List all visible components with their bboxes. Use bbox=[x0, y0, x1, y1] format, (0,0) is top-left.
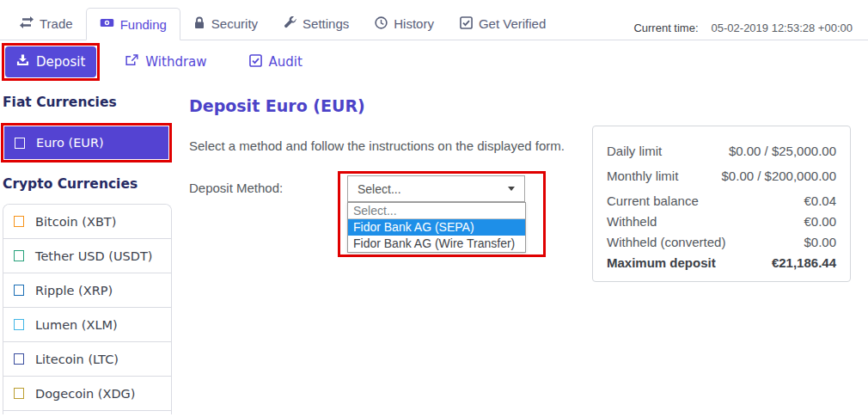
download-icon bbox=[16, 53, 29, 70]
sidebar-item-label: Tether USD (USDT) bbox=[35, 249, 152, 263]
funding-action-row: Deposit Withdraw Audit bbox=[2, 43, 303, 81]
limit-value: €0.04 bbox=[804, 194, 836, 207]
option-select-placeholder[interactable]: Select... bbox=[348, 203, 525, 219]
limit-row-daily: Daily limit $0.00 / $25,000.00 bbox=[607, 144, 836, 157]
option-fidor-sepa[interactable]: Fidor Bank AG (SEPA) bbox=[348, 219, 525, 236]
limit-label: Withheld bbox=[607, 215, 657, 228]
tab-label: Security bbox=[211, 16, 258, 31]
sidebar-item-euro[interactable]: Euro (EUR) bbox=[4, 126, 168, 159]
wrench-icon bbox=[284, 16, 296, 32]
limit-label: Monthly limit bbox=[607, 169, 678, 182]
limit-label: Daily limit bbox=[607, 144, 662, 157]
deposit-limits-panel: Daily limit $0.00 / $25,000.00 Monthly l… bbox=[592, 126, 851, 282]
audit-button[interactable]: Audit bbox=[249, 54, 303, 71]
tab-get-verified[interactable]: Get Verified bbox=[447, 8, 559, 40]
tab-security[interactable]: Security bbox=[180, 8, 271, 40]
limit-value: $0.00 bbox=[804, 236, 836, 248]
tab-label: History bbox=[394, 16, 434, 31]
tab-funding[interactable]: Funding bbox=[86, 8, 180, 40]
annotation-box-deposit: Deposit bbox=[2, 43, 100, 81]
limit-row-maximum-deposit: Maximum deposit €21,186.44 bbox=[607, 256, 836, 269]
tab-label: Funding bbox=[120, 17, 167, 32]
clock-icon bbox=[375, 16, 388, 32]
sidebar-item-label: Dogecoin (XDG) bbox=[35, 387, 135, 401]
withdraw-icon bbox=[125, 54, 138, 70]
sidebar-item-label: Bitcoin (XBT) bbox=[35, 215, 116, 229]
deposit-method-row: Deposit Method: Select... Select... Fido… bbox=[189, 171, 584, 257]
chevron-down-icon bbox=[508, 187, 515, 191]
bitcoin-currency-icon bbox=[14, 216, 24, 227]
check-square-icon bbox=[460, 16, 473, 32]
limit-label: Withheld (converted) bbox=[607, 236, 725, 248]
sidebar-item-label: Ripple (XRP) bbox=[35, 284, 113, 297]
tab-label: Trade bbox=[40, 16, 73, 31]
annotation-box-dropdown: Select... Select... Fidor Bank AG (SEPA)… bbox=[338, 171, 546, 257]
lumen-currency-icon bbox=[14, 319, 24, 330]
sidebar-item-dogecoin[interactable]: Dogecoin (XDG) bbox=[3, 377, 171, 411]
sidebar-item-litecoin[interactable]: Litecoin (LTC) bbox=[3, 342, 171, 377]
annotation-box-euro: Euro (EUR) bbox=[1, 123, 172, 163]
current-time: Current time: 05-02-2019 12:53:28 +00:00 bbox=[633, 21, 853, 34]
tab-label: Settings bbox=[303, 16, 349, 31]
tab-settings[interactable]: Settings bbox=[271, 8, 362, 40]
limit-value: €21,186.44 bbox=[772, 256, 836, 269]
crypto-currencies-heading: Crypto Currencies bbox=[3, 176, 172, 192]
tab-label: Get Verified bbox=[479, 16, 546, 31]
limit-value: $0.00 / $25,000.00 bbox=[729, 144, 836, 157]
banknote-icon bbox=[100, 16, 114, 32]
sidebar-item-bitcoin[interactable]: Bitcoin (XBT) bbox=[3, 205, 171, 239]
limit-value: $0.00 / $200,000.00 bbox=[722, 169, 836, 182]
sidebar-item-ripple[interactable]: Ripple (XRP) bbox=[3, 273, 171, 308]
funding-page: Trade Funding Security bbox=[0, 0, 868, 417]
tab-history[interactable]: History bbox=[362, 8, 447, 40]
limit-row-withheld: Withheld €0.00 bbox=[607, 215, 836, 228]
deposit-button[interactable]: Deposit bbox=[5, 46, 96, 77]
lock-icon bbox=[193, 16, 205, 32]
current-time-label: Current time: bbox=[633, 21, 698, 34]
withdraw-button[interactable]: Withdraw bbox=[125, 54, 206, 70]
current-time-value: 05-02-2019 12:53:28 +00:00 bbox=[712, 21, 853, 34]
sidebar-item-partial bbox=[3, 411, 171, 414]
tether-currency-icon bbox=[14, 250, 24, 261]
limit-row-current-balance: Current balance €0.04 bbox=[607, 194, 836, 207]
limit-label: Current balance bbox=[607, 194, 699, 207]
litecoin-currency-icon bbox=[14, 353, 24, 365]
deposit-button-label: Deposit bbox=[36, 54, 85, 70]
deposit-method-label: Deposit Method: bbox=[189, 171, 338, 195]
fiat-currencies-heading: Fiat Currencies bbox=[3, 95, 172, 110]
limit-row-withheld-converted: Withheld (converted) $0.00 bbox=[607, 236, 836, 248]
ripple-currency-icon bbox=[14, 285, 24, 296]
select-value: Select... bbox=[358, 182, 401, 196]
limit-value: €0.00 bbox=[804, 215, 836, 228]
deposit-main: Deposit Euro (EUR) Select a method and f… bbox=[189, 96, 584, 257]
deposit-method-select[interactable]: Select... bbox=[347, 175, 525, 202]
deposit-method-options: Select... Fidor Bank AG (SEPA) Fidor Ban… bbox=[347, 202, 526, 253]
sidebar-item-label: Litecoin (LTC) bbox=[35, 353, 119, 366]
withdraw-label: Withdraw bbox=[145, 54, 206, 70]
euro-currency-icon bbox=[15, 138, 25, 149]
currency-sidebar: Fiat Currencies Euro (EUR) Crypto Curren… bbox=[3, 95, 172, 414]
sidebar-item-label: Lumen (XLM) bbox=[35, 318, 118, 332]
option-fidor-wire-transfer[interactable]: Fidor Bank AG (Wire Transfer) bbox=[348, 236, 525, 252]
crypto-currency-list: Bitcoin (XBT) Tether USD (USDT) Ripple (… bbox=[3, 204, 172, 414]
sidebar-item-tether[interactable]: Tether USD (USDT) bbox=[3, 239, 171, 273]
instructions-text: Select a method and follow the instructi… bbox=[189, 138, 584, 153]
limit-row-monthly: Monthly limit $0.00 / $200,000.00 bbox=[607, 169, 836, 182]
tab-trade[interactable]: Trade bbox=[7, 8, 86, 40]
page-title: Deposit Euro (EUR) bbox=[189, 96, 584, 115]
dogecoin-currency-icon bbox=[14, 388, 24, 399]
sidebar-item-lumen[interactable]: Lumen (XLM) bbox=[3, 308, 171, 342]
exchange-icon bbox=[20, 16, 34, 31]
audit-label: Audit bbox=[269, 54, 303, 70]
limit-label: Maximum deposit bbox=[607, 256, 716, 269]
check-square-icon bbox=[249, 54, 262, 71]
sidebar-item-label: Euro (EUR) bbox=[36, 136, 104, 150]
